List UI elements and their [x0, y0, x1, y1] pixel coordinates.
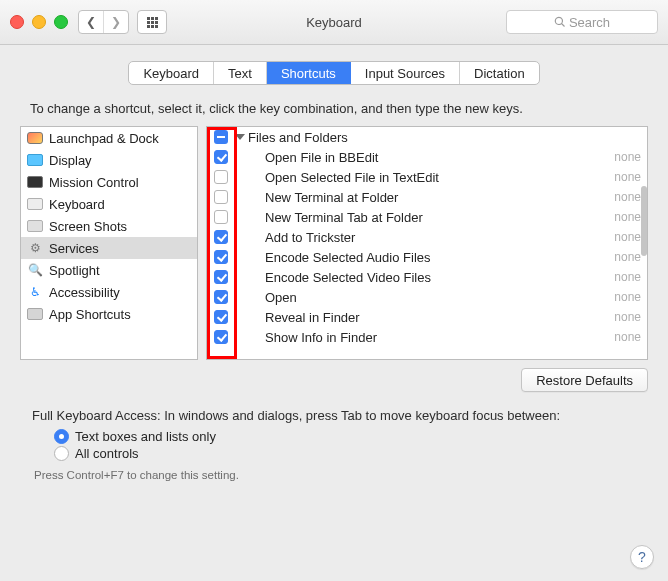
category-keyboard[interactable]: Keyboard	[21, 193, 197, 215]
service-shortcut: none	[614, 290, 641, 304]
service-shortcut: none	[614, 230, 641, 244]
search-placeholder: Search	[569, 15, 610, 30]
service-label: New Terminal at Folder	[265, 190, 398, 205]
service-row[interactable]: Add to Tricksternone	[207, 227, 647, 247]
category-app-shortcuts[interactable]: App Shortcuts	[21, 303, 197, 325]
hint-text: Press Control+F7 to change this setting.	[34, 469, 636, 481]
show-all-button[interactable]	[137, 10, 167, 34]
disclosure-triangle-icon[interactable]	[235, 134, 245, 140]
service-row[interactable]: Encode Selected Video Filesnone	[207, 267, 647, 287]
service-row[interactable]: Open Selected File in TextEditnone	[207, 167, 647, 187]
category-label: Launchpad & Dock	[49, 131, 159, 146]
service-label: Reveal in Finder	[265, 310, 360, 325]
nav-forward-button[interactable]: ❯	[104, 11, 128, 33]
service-label: Encode Selected Video Files	[265, 270, 431, 285]
service-checkbox[interactable]	[214, 230, 228, 244]
category-label: Keyboard	[49, 197, 105, 212]
service-checkbox[interactable]	[214, 250, 228, 264]
tab-input-sources[interactable]: Input Sources	[351, 62, 460, 84]
service-label: Open Selected File in TextEdit	[265, 170, 439, 185]
category-label: Spotlight	[49, 263, 100, 278]
instruction-text: To change a shortcut, select it, click t…	[30, 101, 638, 116]
app-icon	[27, 306, 43, 322]
service-checkbox[interactable]	[214, 150, 228, 164]
category-label: Display	[49, 153, 92, 168]
service-row[interactable]: Opennone	[207, 287, 647, 307]
service-checkbox[interactable]	[214, 310, 228, 324]
category-label: App Shortcuts	[49, 307, 131, 322]
tab-text[interactable]: Text	[214, 62, 267, 84]
service-row[interactable]: New Terminal at Foldernone	[207, 187, 647, 207]
service-label: Add to Trickster	[265, 230, 355, 245]
tab-keyboard[interactable]: Keyboard	[129, 62, 214, 84]
service-checkbox[interactable]	[214, 330, 228, 344]
search-field[interactable]: Search	[506, 10, 658, 34]
service-checkbox[interactable]	[214, 270, 228, 284]
category-mission-control[interactable]: Mission Control	[21, 171, 197, 193]
accessibility-icon: ♿︎	[27, 284, 43, 300]
fka-all-controls-label: All controls	[75, 446, 139, 461]
service-label: Open File in BBEdit	[265, 150, 378, 165]
category-services[interactable]: ⚙︎Services	[21, 237, 197, 259]
category-list[interactable]: Launchpad & DockDisplayMission ControlKe…	[20, 126, 198, 360]
category-spotlight[interactable]: 🔍Spotlight	[21, 259, 197, 281]
service-row[interactable]: Reveal in Findernone	[207, 307, 647, 327]
tab-shortcuts[interactable]: Shortcuts	[267, 62, 351, 84]
restore-defaults-button[interactable]: Restore Defaults	[521, 368, 648, 392]
search-icon	[554, 16, 566, 28]
service-label: Open	[265, 290, 297, 305]
service-checkbox[interactable]	[214, 170, 228, 184]
service-checkbox[interactable]	[214, 290, 228, 304]
group-checkbox-mixed[interactable]	[214, 130, 228, 144]
service-row[interactable]: Open File in BBEditnone	[207, 147, 647, 167]
category-label: Services	[49, 241, 99, 256]
keyboard-icon	[27, 196, 43, 212]
tab-dictation[interactable]: Dictation	[460, 62, 539, 84]
close-window-button[interactable]	[10, 15, 24, 29]
service-label: New Terminal Tab at Folder	[265, 210, 423, 225]
group-label: Files and Folders	[248, 130, 348, 145]
service-shortcut: none	[614, 270, 641, 284]
mission-icon	[27, 174, 43, 190]
minimize-window-button[interactable]	[32, 15, 46, 29]
category-screen-shots[interactable]: Screen Shots	[21, 215, 197, 237]
category-label: Screen Shots	[49, 219, 127, 234]
service-shortcut: none	[614, 170, 641, 184]
service-checkbox[interactable]	[214, 210, 228, 224]
category-launchpad-dock[interactable]: Launchpad & Dock	[21, 127, 197, 149]
nav-back-forward: ❮ ❯	[78, 10, 129, 34]
fka-all-controls-radio[interactable]	[54, 446, 69, 461]
service-shortcut: none	[614, 310, 641, 324]
content-area: KeyboardTextShortcutsInput SourcesDictat…	[0, 61, 668, 493]
service-shortcut: none	[614, 150, 641, 164]
nav-back-button[interactable]: ❮	[79, 11, 104, 33]
service-label: Encode Selected Audio Files	[265, 250, 431, 265]
fka-text-boxes-radio[interactable]	[54, 429, 69, 444]
shortcut-list[interactable]: Files and FoldersOpen File in BBEditnone…	[206, 126, 648, 360]
service-shortcut: none	[614, 190, 641, 204]
screen-icon	[27, 218, 43, 234]
service-checkbox[interactable]	[214, 190, 228, 204]
launchpad-icon	[27, 130, 43, 146]
titlebar: ❮ ❯ Keyboard Search	[0, 0, 668, 45]
service-label: Show Info in Finder	[265, 330, 377, 345]
help-button[interactable]: ?	[630, 545, 654, 569]
display-icon	[27, 152, 43, 168]
spotlight-icon: 🔍	[27, 262, 43, 278]
services-group-header[interactable]: Files and Folders	[207, 127, 647, 147]
full-keyboard-access-label: Full Keyboard Access: In windows and dia…	[32, 408, 636, 423]
category-accessibility[interactable]: ♿︎Accessibility	[21, 281, 197, 303]
tabs-segmented-control: KeyboardTextShortcutsInput SourcesDictat…	[128, 61, 539, 85]
grid-icon	[147, 17, 158, 28]
gear-icon: ⚙︎	[27, 240, 43, 256]
scrollbar[interactable]	[641, 186, 647, 256]
category-label: Mission Control	[49, 175, 139, 190]
service-row[interactable]: Show Info in Findernone	[207, 327, 647, 347]
service-shortcut: none	[614, 210, 641, 224]
category-display[interactable]: Display	[21, 149, 197, 171]
window-controls	[10, 15, 68, 29]
service-shortcut: none	[614, 250, 641, 264]
service-row[interactable]: New Terminal Tab at Foldernone	[207, 207, 647, 227]
zoom-window-button[interactable]	[54, 15, 68, 29]
service-row[interactable]: Encode Selected Audio Filesnone	[207, 247, 647, 267]
